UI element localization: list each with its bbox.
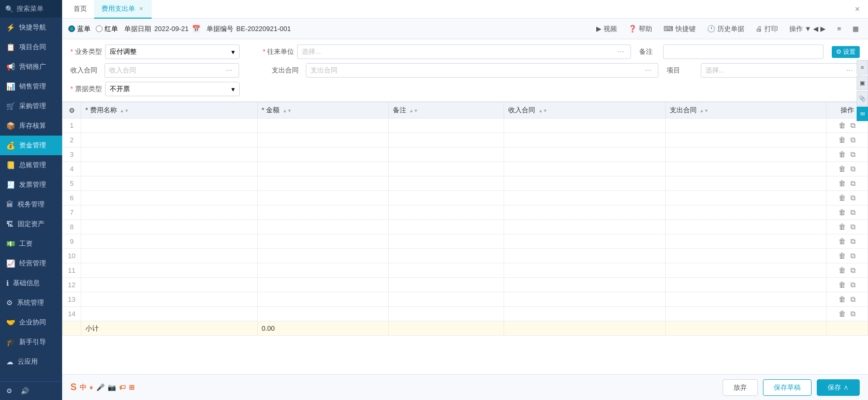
video-btn[interactable]: ▶ 视频	[593, 23, 620, 35]
sidebar-item-tax-mgmt[interactable]: 🏛税务管理	[0, 195, 62, 214]
shortcuts-btn[interactable]: ⌨ 快捷键	[660, 23, 699, 35]
cell-income-contract[interactable]	[504, 234, 665, 249]
delete-icon[interactable]: 🗑	[837, 150, 847, 158]
nav-right-icon[interactable]: ▶	[820, 25, 826, 33]
history-btn[interactable]: 🕐 历史单据	[704, 23, 747, 35]
copy-icon[interactable]: ⧉	[849, 194, 857, 202]
income-contract-ellipsis[interactable]: ···	[224, 66, 234, 75]
project-select[interactable]: 选择... ···	[701, 63, 860, 78]
sidebar-item-salary[interactable]: 💵工资	[0, 234, 62, 254]
cell-expense-contract[interactable]	[665, 292, 826, 307]
expense-contract-ellipsis[interactable]: ···	[642, 66, 653, 75]
copy-icon[interactable]: ⧉	[849, 179, 857, 187]
sort-icons-income[interactable]: ▲▼	[538, 108, 548, 113]
sidebar-item-invoice-mgmt[interactable]: 🧾发票管理	[0, 175, 62, 195]
delete-icon[interactable]: 🗑	[837, 223, 847, 231]
sort-icons-remark[interactable]: ▲▼	[409, 108, 418, 113]
cell-income-contract[interactable]	[504, 176, 665, 191]
sort-icons-expense[interactable]: ▲▼	[120, 108, 129, 113]
sidebar-item-sales-mgmt[interactable]: 📊销售管理	[0, 77, 62, 96]
tab-home[interactable]: 首页	[66, 0, 94, 19]
cell-expense-contract[interactable]	[665, 147, 826, 162]
cell-income-contract[interactable]	[504, 278, 665, 292]
save-button[interactable]: 保存 ∧	[817, 379, 860, 396]
th-gear[interactable]: ⚙	[63, 102, 81, 118]
cell-expense-contract[interactable]	[665, 176, 826, 191]
cell-remark[interactable]	[388, 249, 504, 263]
delete-icon[interactable]: 🗑	[837, 208, 847, 216]
copy-icon[interactable]: ⧉	[849, 150, 857, 158]
window-close-btn[interactable]: ×	[855, 5, 860, 14]
tab-close-button[interactable]: ×	[138, 5, 144, 12]
copy-icon[interactable]: ⧉	[849, 295, 857, 303]
sidebar-item-account-mgmt[interactable]: 📒总账管理	[0, 155, 62, 175]
cell-amount[interactable]	[257, 205, 388, 220]
radio-red-input[interactable]	[96, 25, 102, 32]
cell-expense-name[interactable]	[81, 278, 258, 292]
nav-left-icon[interactable]: ◀	[813, 25, 818, 33]
side-icon-attach[interactable]: 📎	[857, 91, 868, 106]
cell-expense-name[interactable]	[81, 133, 258, 147]
cell-expense-name[interactable]	[81, 307, 258, 321]
business-type-select[interactable]: 应付调整 ▾	[105, 45, 240, 59]
cell-remark[interactable]	[388, 118, 504, 133]
delete-icon[interactable]: 🗑	[837, 179, 847, 187]
cell-amount[interactable]	[257, 263, 388, 278]
delete-icon[interactable]: 🗑	[837, 194, 847, 202]
cell-expense-contract[interactable]	[665, 118, 826, 133]
delete-icon[interactable]: 🗑	[837, 136, 847, 144]
radio-blue-label[interactable]: 蓝单	[68, 24, 91, 34]
cell-expense-contract[interactable]	[665, 263, 826, 278]
project-ellipsis[interactable]: ···	[844, 66, 855, 75]
cell-income-contract[interactable]	[504, 191, 665, 205]
delete-icon[interactable]: 🗑	[837, 251, 847, 260]
copy-icon[interactable]: ⧉	[849, 251, 857, 260]
cell-remark[interactable]	[388, 263, 504, 278]
delete-icon[interactable]: 🗑	[837, 295, 847, 303]
copy-icon[interactable]: ⧉	[849, 223, 857, 231]
sidebar-item-operations[interactable]: 📈经营管理	[0, 254, 62, 273]
cell-expense-name[interactable]	[81, 191, 258, 205]
cell-income-contract[interactable]	[504, 249, 665, 263]
cell-remark[interactable]	[388, 133, 504, 147]
cell-amount[interactable]	[257, 191, 388, 205]
cell-amount[interactable]	[257, 162, 388, 176]
cell-remark[interactable]	[388, 278, 504, 292]
operations-btn[interactable]: 操作 ▼ ◀ ▶	[786, 23, 829, 35]
cell-expense-name[interactable]	[81, 249, 258, 263]
delete-icon[interactable]: 🗑	[837, 237, 847, 245]
cell-expense-name[interactable]	[81, 118, 258, 133]
cell-remark[interactable]	[388, 220, 504, 234]
cell-expense-name[interactable]	[81, 234, 258, 249]
partner-ellipsis-btn[interactable]: ···	[615, 47, 626, 56]
help-btn[interactable]: ❓ 帮助	[625, 23, 655, 35]
tab-expense-form[interactable]: 费用支出单 ×	[94, 0, 152, 19]
speaker-icon[interactable]: 🔊	[21, 387, 29, 395]
invoice-type-select[interactable]: 不开票 ▾	[105, 82, 240, 96]
sidebar-search[interactable]: 🔍 搜索菜单	[0, 0, 62, 18]
sidebar-item-cloud-apps[interactable]: ☁云应用	[0, 352, 62, 372]
cell-remark[interactable]	[388, 176, 504, 191]
expense-contract-select[interactable]: 支出合同 ···	[306, 63, 658, 78]
copy-icon[interactable]: ⧉	[849, 309, 857, 318]
remark-input[interactable]	[663, 45, 823, 59]
cell-expense-contract[interactable]	[665, 133, 826, 147]
cell-income-contract[interactable]	[504, 133, 665, 147]
cell-income-contract[interactable]	[504, 220, 665, 234]
cell-remark[interactable]	[388, 147, 504, 162]
copy-icon[interactable]: ⧉	[849, 280, 857, 289]
delete-icon[interactable]: 🗑	[837, 266, 847, 274]
sidebar-item-project-contract[interactable]: 📋项目合同	[0, 37, 62, 57]
cell-amount[interactable]	[257, 234, 388, 249]
cell-remark[interactable]	[388, 205, 504, 220]
sort-icons-amount[interactable]: ▲▼	[283, 108, 292, 113]
cell-expense-name[interactable]	[81, 263, 258, 278]
save-draft-button[interactable]: 保存草稿	[763, 379, 812, 396]
cell-income-contract[interactable]	[504, 205, 665, 220]
discard-button[interactable]: 放弃	[723, 379, 758, 396]
sidebar-item-purchase-mgmt[interactable]: 🛒采购管理	[0, 96, 62, 116]
sidebar-item-inventory[interactable]: 📦库存核算	[0, 116, 62, 136]
cell-expense-contract[interactable]	[665, 220, 826, 234]
cell-income-contract[interactable]	[504, 118, 665, 133]
cell-expense-name[interactable]	[81, 220, 258, 234]
